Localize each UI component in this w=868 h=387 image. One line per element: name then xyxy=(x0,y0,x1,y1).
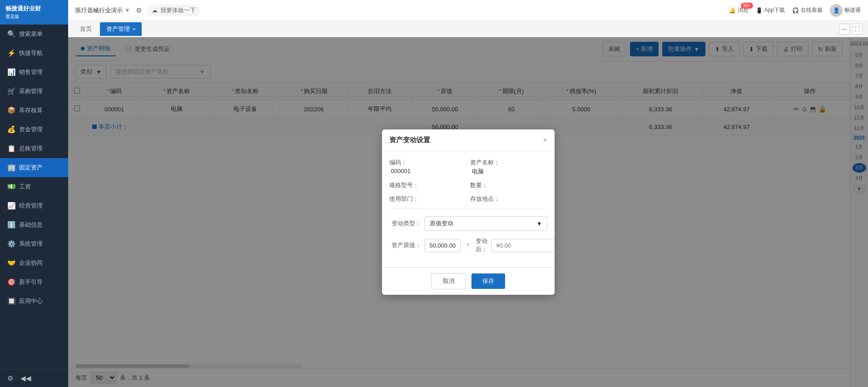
avatar: 👤 xyxy=(830,4,843,17)
cloud-icon: ☁ xyxy=(152,7,158,14)
asset-name-label: 资产名称： xyxy=(470,159,547,167)
code-label: 编码： xyxy=(389,159,466,167)
app-download-btn[interactable]: 📱 App下载 xyxy=(756,6,785,14)
change-type-select[interactable]: 原值变动 ▼ xyxy=(425,216,547,231)
sidebar-item-collab[interactable]: 🤝 企业协同 xyxy=(0,253,68,273)
modal-body: 编码： 000001 资产名称： 电脑 规格型号： 数量： xyxy=(382,151,555,267)
code-value: 000001 xyxy=(391,168,466,174)
asset-value-label: 资产原值： xyxy=(389,241,421,249)
purchase-icon: 🛒 xyxy=(7,87,15,95)
tab-close-icon[interactable]: × xyxy=(133,26,135,32)
user-avatar[interactable]: 👤 畅捷通 xyxy=(830,4,861,17)
quicknav-icon: ⚡ xyxy=(7,49,15,57)
sidebar-item-payroll[interactable]: 💵 工资 xyxy=(0,177,68,196)
modal-change-type-row: 变动类型： 原值变动 ▼ xyxy=(389,216,547,231)
modal-info-row-1: 编码： 000001 资产名称： 电脑 xyxy=(389,159,547,176)
sidebar-item-appstore[interactable]: 🔲 应用中心 xyxy=(0,292,68,311)
collab-icon: 🤝 xyxy=(7,259,15,267)
basic-info-icon: ℹ️ xyxy=(7,221,15,229)
payroll-icon: 💵 xyxy=(7,183,15,191)
modal-title: 资产变动设置 xyxy=(389,136,430,144)
required-star: * xyxy=(467,242,469,249)
dept-label: 使用部门： xyxy=(389,195,466,203)
sidebar-item-fixed-assets[interactable]: 🏢 固定资产 xyxy=(0,158,68,177)
modal-dept-field: 使用部门： xyxy=(389,195,466,203)
main-content: 医疗器械行业演示 ▼ ⚙ ☁ 我要体验一下 🔔 消息 99+ 📱 App下载 🎧… xyxy=(68,0,868,387)
company-name: 医疗器械行业演示 xyxy=(75,6,123,15)
sidebar-item-search[interactable]: 🔍 搜索菜单 xyxy=(0,25,68,44)
tabbar: 首页 资产管理 × — ⛶ xyxy=(68,21,868,37)
sidebar-item-guide[interactable]: 🎯 新手引导 xyxy=(0,273,68,292)
asset-change-modal: 资产变动设置 × 编码： 000001 资产名称： 电脑 xyxy=(382,129,555,295)
notifications-badge: 99+ xyxy=(741,3,753,9)
sidebar-scroll: 🔍 搜索菜单 ⚡ 快捷导航 📊 销售管理 🛒 采购管理 📦 库存核算 💰 资金管… xyxy=(0,25,68,369)
select-chevron-icon: ▼ xyxy=(536,220,542,227)
topbar-actions: 🔔 消息 99+ 📱 App下载 🎧 在线客服 👤 畅捷通 xyxy=(729,4,861,17)
sidebar-item-finance[interactable]: 💰 资金管理 xyxy=(0,120,68,139)
operations-icon: 📈 xyxy=(7,202,15,210)
modal-asset-name-field: 资产名称： 电脑 xyxy=(470,159,547,176)
after-change-label: 变动后： xyxy=(476,237,487,253)
after-change-input[interactable] xyxy=(491,239,554,252)
headset-icon: 🎧 xyxy=(792,7,799,14)
change-type-label: 变动类型： xyxy=(389,219,421,228)
app-edition: 普及版 xyxy=(5,14,41,20)
tab-home[interactable]: 首页 xyxy=(74,22,98,36)
bell-icon: 🔔 xyxy=(729,7,736,14)
system-icon: ⚙️ xyxy=(7,240,15,248)
modal-info-row-2: 规格型号： 数量： xyxy=(389,181,547,189)
sidebar-item-basic-info[interactable]: ℹ️ 基础信息 xyxy=(0,215,68,234)
modal-overlay: 资产变动设置 × 编码： 000001 资产名称： 电脑 xyxy=(68,37,868,387)
cancel-button[interactable]: 取消 xyxy=(432,273,466,289)
sidebar-item-quicknav[interactable]: ⚡ 快捷导航 xyxy=(0,44,68,63)
asset-value-display: 50,000.00 xyxy=(425,239,461,252)
tab-asset-management[interactable]: 资产管理 × xyxy=(100,22,142,36)
sidebar-item-operations[interactable]: 📈 经营管理 xyxy=(0,196,68,215)
sidebar-item-purchase[interactable]: 🛒 采购管理 xyxy=(0,82,68,101)
sidebar-item-sales[interactable]: 📊 销售管理 xyxy=(0,63,68,82)
chevron-down-icon: ▼ xyxy=(124,7,130,14)
modal-footer: 取消 保存 xyxy=(382,267,555,295)
inventory-icon: 📦 xyxy=(7,106,15,114)
tabbar-controls: — ⛶ xyxy=(839,24,863,35)
modal-spec-field: 规格型号： xyxy=(389,181,466,189)
asset-name-value: 电脑 xyxy=(472,168,547,176)
collapse-icon[interactable]: ◀◀ xyxy=(20,374,31,382)
customer-service-btn[interactable]: 🎧 在线客服 xyxy=(792,6,823,14)
modal-asset-value-row: 资产原值： 50,000.00 * 变动后： xyxy=(389,237,547,253)
save-button[interactable]: 保存 xyxy=(471,273,505,289)
sidebar-footer: ⚙ ◀◀ xyxy=(0,369,68,387)
search-icon: 🔍 xyxy=(7,30,15,38)
spec-label: 规格型号： xyxy=(389,181,466,189)
content-area: 资产明细 📄 变更生成凭证 刷账 + 新增 批量操作 ▼ ⬆ xyxy=(68,37,868,387)
modal-header: 资产变动设置 × xyxy=(382,129,555,151)
sidebar-item-ledger[interactable]: 📋 总账管理 xyxy=(0,139,68,158)
sidebar: 畅捷通好业财 普及版 🔍 搜索菜单 ⚡ 快捷导航 📊 销售管理 🛒 采购管理 📦… xyxy=(0,0,68,387)
location-label: 存放地点： xyxy=(470,195,547,203)
app-logo: 畅捷通好业财 普及版 xyxy=(0,0,68,25)
phone-icon: 📱 xyxy=(756,7,763,14)
finance-icon: 💰 xyxy=(7,125,15,134)
settings-icon[interactable]: ⚙ xyxy=(7,374,13,382)
modal-quantity-field: 数量： xyxy=(470,181,547,189)
sidebar-item-inventory[interactable]: 📦 库存核算 xyxy=(0,101,68,120)
app-name: 畅捷通好业财 xyxy=(5,5,41,13)
tab-maximize-btn[interactable]: ⛶ xyxy=(852,24,863,35)
tab-minimize-btn[interactable]: — xyxy=(839,24,850,35)
guide-icon: 🎯 xyxy=(7,278,15,286)
modal-location-field: 存放地点： xyxy=(470,195,547,203)
quantity-label: 数量： xyxy=(470,181,547,189)
modal-code-field: 编码： 000001 xyxy=(389,159,466,176)
change-type-value: 原值变动 xyxy=(430,219,453,228)
fixed-assets-icon: 🏢 xyxy=(7,164,15,172)
sidebar-item-system[interactable]: ⚙️ 系统管理 xyxy=(0,234,68,253)
notifications-btn[interactable]: 🔔 消息 99+ xyxy=(729,6,749,14)
ledger-icon: 📋 xyxy=(7,144,15,153)
company-selector[interactable]: 医疗器械行业演示 ▼ xyxy=(75,6,130,15)
modal-close-btn[interactable]: × xyxy=(543,136,547,144)
feedback-btn[interactable]: ☁ 我要体验一下 xyxy=(147,5,200,16)
modal-divider xyxy=(389,208,547,209)
appstore-icon: 🔲 xyxy=(7,297,15,305)
modal-info-row-3: 使用部门： 存放地点： xyxy=(389,195,547,203)
gear-icon[interactable]: ⚙ xyxy=(136,6,142,15)
